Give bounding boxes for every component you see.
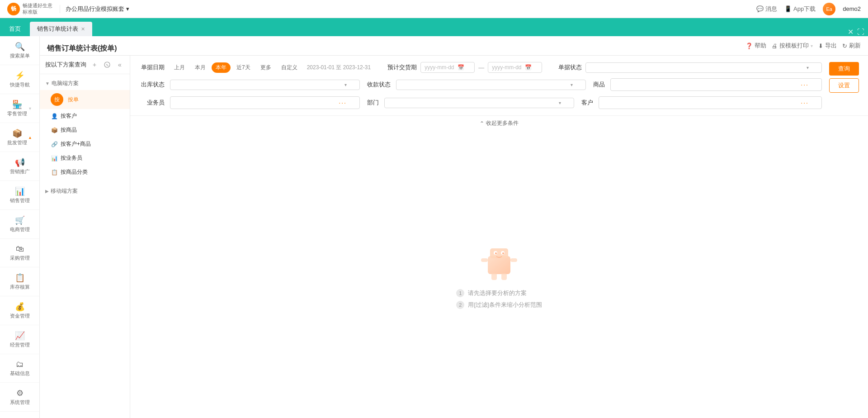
filter-section: 单据日期 上月 本月 本年 近7天 更多 自定义	[130, 56, 868, 115]
edit-scheme-button[interactable]: ✎	[103, 60, 112, 69]
scheme-item-by-customer[interactable]: 👤 按客户	[40, 109, 130, 123]
more-icon: ···	[339, 99, 347, 106]
tab-sales-order-stat[interactable]: 销售订单统计表 ✕	[30, 22, 92, 36]
help-button[interactable]: ❓ 帮助	[745, 42, 766, 55]
salesperson-input[interactable]: ···	[170, 96, 360, 109]
delivery-date-end-input[interactable]: yyyy-mm-dd 📅	[488, 62, 542, 73]
scheme-item-by-goods[interactable]: 📦 按商品	[40, 123, 130, 137]
sidebar-item-enterprise[interactable]: 🤝 企业协同	[0, 412, 39, 418]
operations-icon: 📈	[2, 331, 38, 341]
receipt-status-select[interactable]: ▾	[396, 80, 586, 90]
mobile-scheme-header[interactable]: ▶ 移动端方案	[40, 185, 130, 198]
more-icon: ···	[801, 99, 809, 106]
goods-input[interactable]: ···	[610, 78, 822, 91]
avatar[interactable]: Ea	[823, 3, 835, 15]
pc-scheme-header[interactable]: ▼ 电脑端方案	[40, 77, 130, 90]
svg-rect-8	[481, 258, 488, 262]
template-print-button[interactable]: 🖨 按模板打印 ▾	[772, 42, 813, 55]
chevron-up-icon: ⌃	[480, 120, 484, 127]
sidebar-item-basic[interactable]: 🗂 基础信息	[0, 354, 39, 383]
date-btn-this-month[interactable]: 本月	[191, 62, 210, 73]
svg-rect-2	[488, 256, 510, 274]
chevron-down-icon: ▾	[559, 100, 561, 105]
delivery-date-start-input[interactable]: yyyy-mm-dd 📅	[420, 62, 475, 73]
date-btn-this-year[interactable]: 本年	[212, 62, 231, 73]
date-quick-buttons: 上月 本月 本年 近7天 更多 自定义	[170, 62, 302, 73]
settings-button[interactable]: 设置	[829, 78, 859, 93]
date-btn-custom[interactable]: 自定义	[277, 62, 302, 73]
pc-scheme-group: ▼ 电脑端方案 按 按单 👤 按客户 📦 按商品	[40, 74, 130, 182]
scheme-item-by-salesperson[interactable]: 📊 按业务员	[40, 151, 130, 165]
right-panel: 单据日期 上月 本月 本年 近7天 更多 自定义	[130, 56, 868, 418]
sidebar-item-inventory[interactable]: 📋 库存核算	[0, 267, 39, 296]
sidebar-item-system[interactable]: ⚙ 系统管理	[0, 383, 39, 412]
order-status-select[interactable]: ▾	[585, 62, 822, 73]
refresh-button[interactable]: ↻ 刷新	[842, 42, 861, 55]
purchase-icon: 🛍	[2, 244, 38, 254]
marketing-icon: 📢	[2, 157, 38, 167]
customer-input-group: ···	[599, 96, 822, 109]
receipt-status-label: 收款状态	[365, 81, 391, 89]
workspace-selector[interactable]: 办公用品行业模拟账套 ▾	[60, 5, 129, 13]
sidebar-item-purchase[interactable]: 🛍 采购管理	[0, 239, 39, 267]
tab-bar: 首页 销售订单统计表 ✕ ✕ ⛶	[0, 18, 868, 36]
more-icon: ···	[801, 81, 809, 88]
scheme-item-by-customer-goods[interactable]: 🔗 按客户+商品	[40, 137, 130, 151]
sidebar-item-marketing[interactable]: 📢 营销推广	[0, 152, 39, 181]
logo-icon: 畅	[7, 3, 20, 15]
refresh-icon: ↻	[842, 43, 847, 49]
sidebar-item-wholesale[interactable]: 📦 批发管理 ▲	[0, 123, 39, 152]
out-status-select[interactable]: ▾	[170, 80, 360, 90]
sidebar-item-retail[interactable]: 🏪 零售管理 ▼	[0, 94, 39, 123]
sales-icon: 📊	[2, 186, 38, 196]
workspace-name: 办公用品行业模拟账套	[66, 5, 124, 13]
empty-hints: 1 请先选择要分析的方案 2 用[过滤]条件来缩小分析范围	[456, 289, 542, 309]
customer-label: 客户	[580, 99, 593, 107]
sidebar-item-sales[interactable]: 📊 销售管理	[0, 181, 39, 210]
scheme-label: 按单	[68, 96, 79, 104]
scheme-item-by-order[interactable]: 按 按单	[40, 90, 130, 109]
dept-select[interactable]: ▾	[384, 98, 574, 108]
panel-title: 按以下方案查询	[45, 61, 86, 69]
date-btn-last-month[interactable]: 上月	[170, 62, 189, 73]
date-range-text: 2023-01-01 至 2023-12-31	[307, 64, 371, 71]
content-area: 销售订单统计表(按单) ❓ 帮助 🖨 按模板打印 ▾ ⬇ 导出 ↻ 刷新	[40, 36, 868, 418]
customer-goods-icon: 🔗	[51, 141, 58, 148]
order-status-label: 单据状态	[557, 63, 582, 71]
username: demo2	[843, 5, 861, 12]
message-button[interactable]: 💬 消息	[756, 5, 777, 13]
query-button[interactable]: 查询	[829, 62, 859, 76]
delivery-date-label: 预计交货期	[385, 63, 417, 71]
add-scheme-button[interactable]: +	[90, 60, 99, 69]
sidebar-item-finance[interactable]: 💰 资金管理	[0, 296, 39, 325]
tab-close-icon[interactable]: ✕	[81, 26, 85, 32]
svg-point-7	[502, 252, 504, 254]
collapse-panel-button[interactable]: «	[115, 60, 124, 69]
salesperson-icon: 📊	[51, 155, 58, 162]
top-bar: 畅 畅捷通好生意 标准版 办公用品行业模拟账套 ▾ 💬 消息 📱 App下载 E…	[0, 0, 868, 18]
svg-rect-3	[490, 248, 508, 258]
scheme-label: 按商品	[61, 126, 77, 134]
goods-input-group: ···	[610, 78, 822, 91]
scheme-label: 按业务员	[61, 154, 82, 162]
sidebar-item-quick-nav[interactable]: ⚡ 快捷导航	[0, 65, 39, 94]
export-button[interactable]: ⬇ 导出	[818, 42, 837, 55]
sidebar-item-search[interactable]: 🔍 搜索菜单	[0, 36, 39, 65]
goods-label: 商品	[591, 81, 605, 89]
chevron-down-icon: ▾	[811, 43, 813, 48]
sidebar-item-operations[interactable]: 📈 经营管理	[0, 325, 39, 354]
maximize-icon[interactable]: ⛶	[857, 28, 864, 36]
svg-rect-10	[491, 273, 497, 280]
delivery-date-group: 预计交货期 yyyy-mm-dd 📅 — yyyy-mm-dd 📅	[385, 62, 542, 73]
date-btn-more[interactable]: 更多	[256, 62, 275, 73]
collapse-bar[interactable]: ⌃ 收起更多条件	[130, 115, 868, 131]
sidebar-item-ecommerce[interactable]: 🛒 电商管理	[0, 210, 39, 239]
app-download-button[interactable]: 📱 App下载	[784, 5, 816, 13]
date-range-display: 2023-01-01 至 2023-12-31	[307, 64, 371, 71]
customer-input[interactable]: ···	[599, 96, 822, 109]
tab-home[interactable]: 首页	[2, 22, 28, 36]
close-window-icon[interactable]: ✕	[848, 28, 854, 36]
chevron-up-icon: ▲	[28, 135, 32, 140]
date-btn-7days[interactable]: 近7天	[232, 62, 255, 73]
scheme-item-by-category[interactable]: 📋 按商品分类	[40, 165, 130, 179]
